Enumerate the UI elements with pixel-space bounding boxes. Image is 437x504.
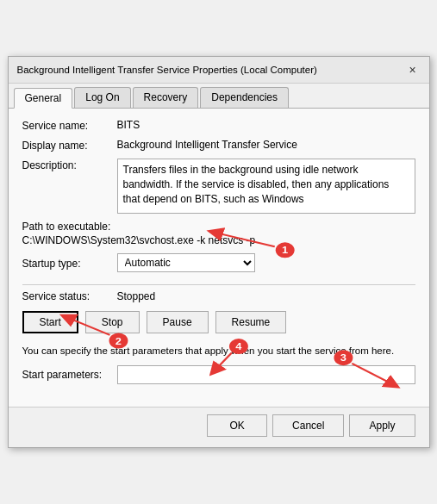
start-parameters-row: Start parameters: [22,365,415,384]
path-label: Path to executable: [22,221,415,233]
start-button[interactable]: Start [22,311,78,333]
service-status-row: Service status: Stopped [22,290,415,302]
service-name-value: BITS [117,119,415,131]
tab-logon[interactable]: Log On [74,87,130,108]
startup-type-label: Startup type: [22,257,117,270]
tab-dependencies[interactable]: Dependencies [200,87,289,108]
tab-recovery[interactable]: Recovery [133,87,199,108]
description-label: Description: [22,159,117,171]
service-buttons-group: Start Stop Pause Resume [22,311,415,333]
startup-type-row: Startup type: Automatic Manual Disabled [22,253,415,272]
start-parameters-label: Start parameters: [22,369,117,381]
start-parameters-input[interactable] [117,365,415,384]
tab-general[interactable]: General [14,88,73,109]
tab-bar: General Log On Recovery Dependencies [9,84,429,109]
description-row: Description: Transfers files in the back… [22,159,415,214]
resume-button[interactable]: Resume [215,311,287,333]
service-name-row: Service name: BITS [22,119,415,132]
close-button[interactable]: × [405,62,421,78]
service-name-label: Service name: [22,119,117,132]
general-tab-content: Service name: BITS Display name: Backgro… [9,109,429,406]
display-name-value: Background Intelligent Transfer Service [117,139,415,151]
path-value: C:\WINDOWS\System32\svchost.exe -k netsv… [22,234,415,246]
properties-window: Background Intelligent Transfer Service … [8,56,430,447]
service-status-label: Service status: [22,290,117,302]
startup-type-select[interactable]: Automatic Manual Disabled [117,253,255,272]
stop-button[interactable]: Stop [85,311,140,333]
display-name-label: Display name: [22,139,117,152]
apply-button[interactable]: Apply [349,414,415,437]
display-name-row: Display name: Background Intelligent Tra… [22,139,415,152]
cancel-button[interactable]: Cancel [272,414,344,437]
window-title: Background Intelligent Transfer Service … [17,65,317,75]
path-section: Path to executable: C:\WINDOWS\System32\… [22,221,415,246]
service-status-value: Stopped [117,290,156,302]
footer-buttons: OK Cancel Apply [9,407,429,447]
ok-button[interactable]: OK [207,414,267,437]
pause-button[interactable]: Pause [147,311,209,333]
description-value[interactable]: Transfers files in the background using … [117,159,415,214]
param-note: You can specify the start parameters tha… [22,344,415,358]
divider-1 [22,284,415,285]
title-bar: Background Intelligent Transfer Service … [9,57,429,84]
